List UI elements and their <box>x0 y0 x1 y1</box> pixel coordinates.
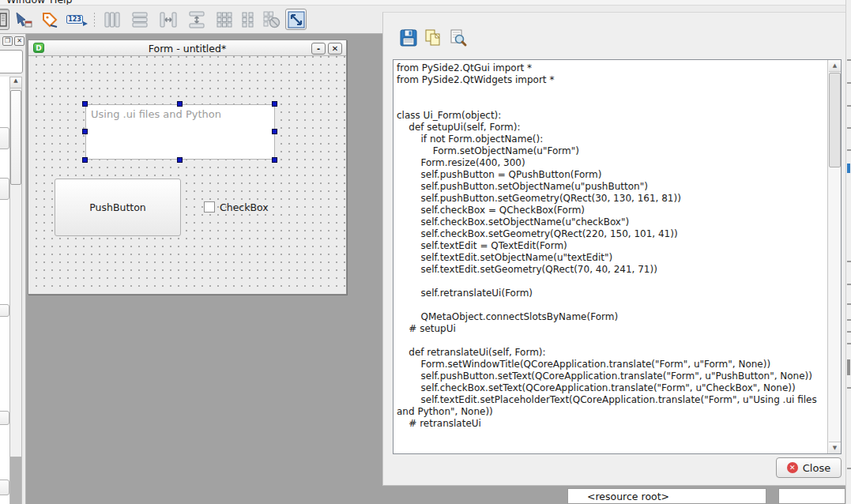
selection-handle-top-left[interactable] <box>82 101 88 107</box>
widget-box-scrollbar[interactable]: ▲ <box>9 77 22 504</box>
code-preview-dialog: from PySide2.QtGui import *from PySide2.… <box>382 12 845 486</box>
widget-box-list[interactable] <box>0 77 9 504</box>
scrollbar-thumb[interactable] <box>829 73 841 167</box>
selection-handle-bottom-center[interactable] <box>177 157 183 163</box>
widget-box-panel: ❐ ✕ ▲ <box>0 34 26 504</box>
edit-widgets-icon <box>0 11 8 28</box>
close-window-button[interactable]: ✕ <box>328 43 342 55</box>
layout-grid-button[interactable] <box>213 9 235 30</box>
form-canvas[interactable]: Using .ui files and Python PushButton Ch… <box>29 56 345 293</box>
edit-tab-order-icon: 123 <box>66 15 83 24</box>
layout-horizontally-button[interactable] <box>101 9 122 30</box>
selection-handle-top-center[interactable] <box>177 101 183 107</box>
pushbutton-widget[interactable]: PushButton <box>55 179 181 236</box>
edit-signals-slots-icon <box>14 10 33 29</box>
edit-signals-slots-button[interactable] <box>13 9 34 30</box>
selection-handle-top-right[interactable] <box>272 101 277 107</box>
break-layout-button[interactable] <box>261 9 282 30</box>
close-button-label: Close <box>803 462 830 474</box>
code-line: self.checkBox.setObjectName(u"checkBox") <box>397 216 825 228</box>
break-layout-icon <box>262 10 281 29</box>
code-line: # retranslateUi <box>397 418 825 430</box>
code-line: self.checkBox = QCheckBox(Form) <box>397 205 825 216</box>
code-line: self.checkBox.setGeometry(QRect(220, 150… <box>397 228 825 240</box>
resource-root-item[interactable]: <resource root> <box>587 491 669 502</box>
minimize-button[interactable]: - <box>311 43 326 55</box>
edit-buddies-icon <box>40 10 59 29</box>
code-line: self.pushButton = QPushButton(Form) <box>397 169 825 181</box>
code-line: Form.setObjectName(u"Form") <box>397 145 825 157</box>
layout-vertically-splitter-icon <box>187 10 206 29</box>
code-line: from PySide2.QtGui import * <box>397 62 825 74</box>
layout-vertically-icon <box>130 10 149 29</box>
checkbox-widget-box[interactable] <box>204 201 215 213</box>
dock-close-button[interactable]: ✕ <box>14 36 24 46</box>
code-line: def retranslateUi(self, Form): <box>397 347 825 359</box>
selection-handle-mid-left[interactable] <box>82 129 88 134</box>
selection-handle-bottom-right[interactable] <box>272 157 277 163</box>
resource-browser-preview[interactable] <box>778 488 845 504</box>
widget-box-item[interactable] <box>0 178 9 200</box>
code-line <box>397 335 825 347</box>
layout-horizontally-splitter-button[interactable] <box>157 9 179 30</box>
scrollbar-thumb[interactable] <box>10 90 21 185</box>
layout-form-button[interactable] <box>237 9 258 30</box>
layout-vertically-button[interactable] <box>129 9 150 30</box>
checkbox-widget-label[interactable]: CheckBox <box>220 201 269 213</box>
code-scrollbar[interactable]: ▲ ▼ <box>827 60 841 453</box>
layout-vertically-splitter-button[interactable] <box>186 9 207 30</box>
menu-item-window[interactable]: Window <box>6 0 45 6</box>
code-line: # setupUi <box>397 323 825 335</box>
widget-box-item[interactable] <box>0 411 9 425</box>
selection-handle-bottom-left[interactable] <box>82 157 88 163</box>
form-editor-window: D Form - untitled* - ✕ Using .ui files a… <box>28 39 347 295</box>
menu-item-help[interactable]: Help <box>50 0 73 6</box>
resource-browser-tree[interactable]: <resource root> <box>567 488 766 504</box>
code-line <box>397 299 825 311</box>
menu-bar: Window Help <box>0 0 851 6</box>
code-text: from PySide2.QtGui import *from PySide2.… <box>397 62 825 430</box>
code-line: self.retranslateUi(Form) <box>397 288 825 299</box>
scroll-down-icon[interactable]: ▼ <box>829 442 841 453</box>
code-line: self.textEdit.setObjectName(u"textEdit") <box>397 252 825 264</box>
widget-filter-input[interactable] <box>0 50 23 73</box>
save-icon[interactable] <box>399 28 418 47</box>
find-icon[interactable] <box>449 28 468 47</box>
form-window-title: Form - untitled* <box>28 43 346 55</box>
code-line: self.pushButton.setText(QCoreApplication… <box>397 370 825 382</box>
code-line: self.textEdit.setPlaceholderText(QCoreAp… <box>397 394 825 406</box>
scroll-up-icon[interactable]: ▲ <box>10 77 21 88</box>
widget-box-item[interactable] <box>0 304 9 317</box>
code-line: self.checkBox.setText(QCoreApplication.t… <box>397 382 825 394</box>
scrollbar-track-lower[interactable] <box>10 457 21 504</box>
adjust-size-icon <box>287 10 306 29</box>
textedit-widget[interactable]: Using .ui files and Python <box>85 104 275 160</box>
code-line: QMetaObject.connectSlotsByName(Form) <box>397 311 825 323</box>
edit-tab-order-button[interactable]: 123 <box>64 9 85 30</box>
close-icon: ✕ <box>787 462 798 473</box>
right-panel-fragment <box>845 0 851 504</box>
close-button[interactable]: ✕ Close <box>776 457 842 478</box>
code-line: if not Form.objectName(): <box>397 134 825 145</box>
widget-box-item[interactable] <box>0 127 9 149</box>
widget-box-item[interactable] <box>0 480 9 495</box>
qt-designer-screen: Window Help 123 <box>0 0 851 504</box>
code-line: Form.resize(400, 300) <box>397 157 825 169</box>
dock-float-button[interactable]: ❐ <box>2 36 13 46</box>
code-line <box>397 276 825 288</box>
code-line: self.textEdit.setGeometry(QRect(70, 40, … <box>397 264 825 276</box>
adjust-size-button[interactable] <box>285 9 307 30</box>
edit-buddies-button[interactable] <box>39 9 60 30</box>
scroll-up-icon[interactable]: ▲ <box>829 60 841 72</box>
selection-handle-mid-right[interactable] <box>272 129 277 134</box>
code-view[interactable]: from PySide2.QtGui import *from PySide2.… <box>393 59 842 454</box>
toolbar-separator <box>93 12 96 28</box>
form-window-titlebar[interactable]: D Form - untitled* - ✕ <box>28 40 346 56</box>
code-line <box>397 86 825 98</box>
copy-icon[interactable] <box>424 28 442 47</box>
code-line: from PySide2.QtWidgets import * <box>397 74 825 86</box>
code-line <box>397 98 825 110</box>
code-line: Form.setWindowTitle(QCoreApplication.tra… <box>397 359 825 370</box>
textedit-placeholder: Using .ui files and Python <box>91 108 221 120</box>
edit-widgets-button[interactable] <box>0 9 9 30</box>
